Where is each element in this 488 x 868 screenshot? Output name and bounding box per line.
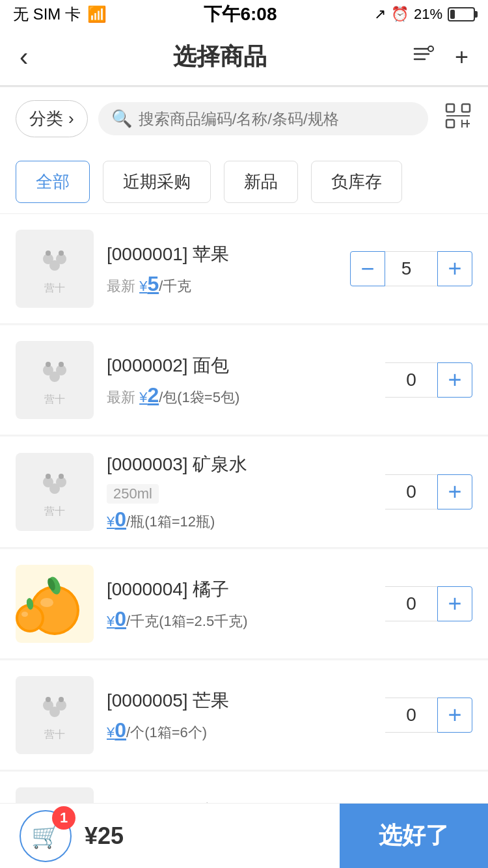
nav-left: ‹ xyxy=(20,42,28,72)
list-item: 营十 [0000001] 苹果 最新 ¥5/千克 − + xyxy=(0,214,488,324)
category-chevron: › xyxy=(68,109,74,129)
product-info: [0000001] 苹果 最新 ¥5/千克 xyxy=(107,242,337,296)
svg-point-25 xyxy=(59,474,64,479)
back-button[interactable]: ‹ xyxy=(20,42,28,72)
svg-rect-4 xyxy=(446,104,454,112)
nav-right: + xyxy=(412,42,468,72)
product-name: [0000002] 面包 xyxy=(107,353,372,378)
list-item: 营十 [0000003] 矿泉水 250ml ¥0/瓶(1箱=12瓶) 0 + xyxy=(0,437,488,548)
tabs-bar: 全部 近期采购 新品 负库存 xyxy=(0,150,488,214)
scan-icon[interactable] xyxy=(444,102,472,136)
product-info: [0000004] 橘子 ¥0/千克(1箱=2.5千克) xyxy=(107,577,372,631)
quantity-increase-button[interactable]: + xyxy=(437,474,472,509)
list-item: 营十 [0000005] 芒果 ¥0/个(1箱=6个) 0 + xyxy=(0,660,488,770)
search-icon: 🔍 xyxy=(111,109,132,129)
tab-all[interactable]: 全部 xyxy=(16,161,90,203)
svg-point-38 xyxy=(49,707,60,717)
product-name: [0000001] 苹果 xyxy=(107,242,337,267)
cart-badge: 1 xyxy=(52,806,75,830)
search-box: 🔍 xyxy=(98,102,428,135)
product-thumbnail xyxy=(16,565,94,643)
tab-recent[interactable]: 近期采购 xyxy=(103,161,211,203)
tab-new[interactable]: 新品 xyxy=(224,161,298,203)
tab-negative[interactable]: 负库存 xyxy=(311,161,402,203)
svg-rect-5 xyxy=(446,120,454,128)
confirm-button[interactable]: 选好了 xyxy=(340,804,488,869)
quantity-increase-button[interactable]: + xyxy=(437,698,472,733)
category-label: 分类 xyxy=(29,107,63,130)
product-name: [0000003] 矿泉水 xyxy=(107,452,372,477)
category-button[interactable]: 分类 › xyxy=(16,100,88,137)
location-icon: ↗ xyxy=(374,6,386,23)
placeholder-image: 营十 xyxy=(16,453,94,531)
placeholder-image: 营十 xyxy=(16,341,94,419)
svg-point-20 xyxy=(59,362,64,367)
quantity-control: 0 + xyxy=(385,474,472,509)
add-icon[interactable]: + xyxy=(455,44,468,71)
svg-point-29 xyxy=(40,598,53,607)
svg-point-15 xyxy=(59,251,64,256)
quantity-increase-button[interactable]: + xyxy=(437,362,472,398)
cart-area: 🛒 1 ¥25 xyxy=(20,810,124,862)
search-input[interactable] xyxy=(139,110,415,128)
alarm-icon: ⏰ xyxy=(391,6,409,23)
quantity-display: 0 xyxy=(385,698,437,733)
carrier-text: 无 SIM 卡 xyxy=(13,4,81,25)
product-price: 最新 ¥2/包(1袋=5包) xyxy=(107,383,372,407)
cart-icon-button[interactable]: 🛒 1 xyxy=(20,810,72,862)
status-time: 下午6:08 xyxy=(204,2,277,27)
product-list: 营十 [0000001] 苹果 最新 ¥5/千克 − + xyxy=(0,214,488,868)
quantity-control: 0 + xyxy=(385,586,472,621)
svg-point-33 xyxy=(18,606,42,630)
status-right: ↗ ⏰ 21% xyxy=(374,6,475,23)
filter-bar: 分类 › 🔍 xyxy=(0,87,488,150)
product-price: ¥0/瓶(1箱=12瓶) xyxy=(107,508,372,532)
svg-point-14 xyxy=(46,251,51,256)
status-bar: 无 SIM 卡 📶 下午6:08 ↗ ⏰ 21% xyxy=(0,0,488,29)
product-price: ¥0/个(1箱=6个) xyxy=(107,718,372,742)
svg-point-3 xyxy=(428,46,433,51)
product-info: [0000002] 面包 最新 ¥2/包(1袋=5包) xyxy=(107,353,372,407)
quantity-decrease-button[interactable]: − xyxy=(350,251,385,286)
product-thumbnail: 营十 xyxy=(16,230,94,308)
product-name: [0000005] 芒果 xyxy=(107,688,372,713)
product-info: [0000005] 芒果 ¥0/个(1箱=6个) xyxy=(107,688,372,742)
product-thumbnail: 营十 xyxy=(16,676,94,754)
svg-point-24 xyxy=(46,474,51,479)
product-price: 最新 ¥5/千克 xyxy=(107,272,337,296)
quantity-increase-button[interactable]: + xyxy=(437,251,472,286)
bottom-bar: 🛒 1 ¥25 选好了 xyxy=(0,803,488,868)
svg-point-40 xyxy=(59,697,64,702)
svg-point-39 xyxy=(46,697,51,702)
quantity-control: 0 + xyxy=(385,698,472,733)
svg-point-18 xyxy=(49,372,60,382)
quantity-control: 0 + xyxy=(385,362,472,398)
svg-point-34 xyxy=(21,612,28,617)
quantity-control: − + xyxy=(350,251,472,286)
quantity-display: 0 xyxy=(385,586,437,621)
nav-bar: ‹ 选择商品 + xyxy=(0,29,488,86)
quantity-display: 0 xyxy=(385,362,437,398)
battery-icon xyxy=(448,7,475,21)
product-spec: 250ml xyxy=(107,484,159,504)
svg-rect-6 xyxy=(462,104,470,112)
product-thumbnail: 营十 xyxy=(16,453,94,531)
svg-point-13 xyxy=(49,260,60,271)
quantity-display: 0 xyxy=(385,474,437,509)
page-title: 选择商品 xyxy=(173,41,267,73)
list-item: 营十 [0000002] 面包 最新 ¥2/包(1袋=5包) 0 + xyxy=(0,325,488,435)
wifi-icon: 📶 xyxy=(87,5,107,23)
svg-point-23 xyxy=(49,483,60,494)
product-name: [0000004] 橘子 xyxy=(107,577,372,602)
product-info: [0000003] 矿泉水 250ml ¥0/瓶(1箱=12瓶) xyxy=(107,452,372,532)
placeholder-image: 营十 xyxy=(16,230,94,308)
svg-point-19 xyxy=(46,362,51,367)
placeholder-image: 营十 xyxy=(16,676,94,754)
quantity-increase-button[interactable]: + xyxy=(437,586,472,621)
battery-percent: 21% xyxy=(414,6,442,23)
product-price: ¥0/千克(1箱=2.5千克) xyxy=(107,607,372,631)
cart-total: ¥25 xyxy=(85,822,124,850)
status-left: 无 SIM 卡 📶 xyxy=(13,4,107,25)
quantity-input[interactable] xyxy=(385,251,437,286)
filter-icon[interactable] xyxy=(412,42,435,72)
